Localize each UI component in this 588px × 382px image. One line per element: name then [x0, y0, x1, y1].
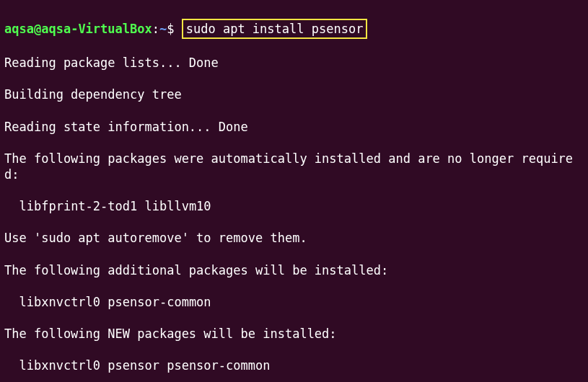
output-line: Reading state information... Done: [4, 119, 584, 135]
prompt-colon: :: [152, 22, 159, 36]
prompt-line: aqsa@aqsa-VirtualBox:~$ sudo apt install…: [4, 19, 584, 39]
output-line: The following packages were automaticall…: [4, 151, 584, 182]
command-highlight: sudo apt install psensor: [182, 19, 368, 39]
output-line: The following NEW packages will be insta…: [4, 326, 584, 342]
output-line: Building dependency tree: [4, 86, 584, 102]
output-line: libfprint-2-tod1 libllvm10: [4, 198, 584, 214]
command-text: sudo apt install psensor: [186, 22, 364, 36]
output-line: The following additional packages will b…: [4, 262, 584, 278]
output-line: libxnvctrl0 psensor-common: [4, 294, 584, 310]
output-line: Use 'sudo apt autoremove' to remove them…: [4, 230, 584, 246]
prompt-path: ~: [159, 22, 167, 36]
output-line: libxnvctrl0 psensor psensor-common: [4, 357, 584, 373]
prompt-user: aqsa: [4, 22, 34, 36]
output-line: Reading package lists... Done: [4, 55, 584, 71]
prompt-host: aqsa-VirtualBox: [41, 22, 152, 36]
prompt-dollar: $: [167, 22, 174, 36]
prompt-at: @: [34, 22, 41, 36]
terminal-window[interactable]: aqsa@aqsa-VirtualBox:~$ sudo apt install…: [4, 3, 584, 382]
